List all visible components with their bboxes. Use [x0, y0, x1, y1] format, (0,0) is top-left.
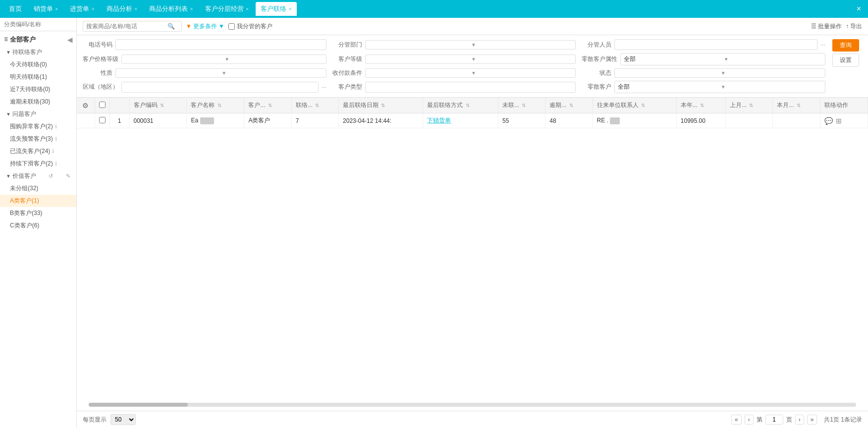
sidebar-group-problem[interactable]: ▼ 问题客户	[0, 108, 76, 120]
more-filter-btn[interactable]: ▼ 更多条件 ▼	[186, 22, 224, 31]
sidebar-collapse-btn[interactable]: ◀	[67, 36, 72, 44]
sort-uncontacted[interactable]: ⇅	[522, 103, 526, 108]
prev-page-btn[interactable]: ‹	[745, 415, 754, 425]
nav-sales[interactable]: 销货单 ×	[29, 2, 63, 16]
filter-person-dots[interactable]: ···	[820, 41, 825, 48]
chat-icon[interactable]: 💬	[824, 117, 833, 125]
filter-phone-input[interactable]	[115, 39, 326, 50]
my-customer-checkbox[interactable]: 我分管的客户	[228, 22, 272, 31]
sidebar-item-tomorrow[interactable]: 明天待联络(1)	[0, 71, 76, 83]
my-customer-check[interactable]	[228, 23, 235, 30]
page-size-select[interactable]: 50 100 200	[110, 414, 136, 425]
row-check-cell[interactable]	[95, 113, 109, 128]
nav-product-analysis[interactable]: 商品分析 ×	[102, 2, 142, 16]
sort-contact[interactable]: ⇅	[315, 103, 319, 108]
nav-customer-contact-close[interactable]: ×	[288, 6, 291, 12]
sidebar-item-c-class[interactable]: C类客户(6)	[0, 219, 76, 232]
sort-name[interactable]: ⇅	[217, 103, 221, 108]
col-header-thismonth[interactable]: 本月... ⇅	[773, 98, 820, 113]
col-header-overdue[interactable]: 逾期... ⇅	[545, 98, 593, 113]
value-edit-icon[interactable]: ✎	[66, 173, 70, 179]
sidebar-item-a-class[interactable]: A类客户(1)	[0, 195, 76, 207]
sidebar-item-hoarding[interactable]: 囤购异常客户(2) ℹ	[0, 120, 76, 133]
nav-product-list-close[interactable]: ×	[190, 6, 193, 12]
filter-customertype-input[interactable]	[365, 82, 576, 93]
sidebar-item-unclassified[interactable]: 未分组(32)	[0, 182, 76, 195]
nav-product-analysis-close[interactable]: ×	[134, 6, 137, 12]
nav-home[interactable]: 首页	[4, 2, 27, 16]
first-page-btn[interactable]: «	[731, 415, 742, 425]
sort-unitcontact[interactable]: ⇅	[641, 103, 645, 108]
scroll-track[interactable]	[89, 403, 856, 407]
col-header-uncontacted[interactable]: 未联... ⇅	[498, 98, 545, 113]
close-all-tabs[interactable]: ×	[854, 4, 864, 13]
sort-thismonth[interactable]: ⇅	[797, 103, 801, 108]
sort-lastmethod[interactable]: ⇅	[466, 103, 470, 108]
filter-retail-select[interactable]: 全部 ▼	[614, 81, 825, 93]
sort-type[interactable]: ⇅	[268, 103, 272, 108]
select-all-checkbox[interactable]	[99, 102, 106, 108]
scroll-thumb[interactable]	[89, 403, 188, 407]
sidebar-item-overdue[interactable]: 逾期未联络(30)	[0, 96, 76, 108]
value-refresh-icon[interactable]: ↺	[49, 173, 53, 179]
batch-op-btn[interactable]: ☰ 批量操作	[811, 22, 842, 31]
page-info: « ‹ 第 页 › » 共1页 1条记录	[731, 415, 862, 425]
last-method-link[interactable]: 下销货单	[427, 117, 451, 124]
query-button[interactable]: 查询	[832, 39, 859, 52]
filter-phone-label: 电话号码	[83, 41, 112, 49]
col-header-contact[interactable]: 联络... ⇅	[291, 98, 338, 113]
filter-region-dots[interactable]: ···	[322, 84, 326, 91]
col-header-lastmethod[interactable]: 最后联络方式 ⇅	[423, 98, 498, 113]
filter-person-input[interactable]	[614, 39, 817, 50]
settings-button[interactable]: 设置	[832, 54, 859, 67]
row-checkbox[interactable]	[99, 117, 106, 123]
col-header-settings[interactable]: ⚙	[77, 98, 95, 113]
nav-customer-segment-close[interactable]: ×	[246, 6, 249, 12]
sort-code[interactable]: ⇅	[160, 103, 164, 108]
filter-payment-select[interactable]: ▼	[365, 68, 576, 78]
nav-customer-contact[interactable]: 客户联络 ×	[256, 2, 296, 16]
filter-pricelevel-select[interactable]: ▼	[121, 54, 326, 64]
main-search-icon[interactable]: 🔍	[167, 23, 175, 30]
filter-customerlevel-select[interactable]: ▼	[365, 54, 576, 64]
main-search-input[interactable]	[86, 23, 165, 30]
col-header-thisyear[interactable]: 本年... ⇅	[676, 98, 725, 113]
filter-nature-select[interactable]: ▼	[115, 68, 326, 78]
sidebar-group-value[interactable]: ▼ 价值客户 ↺ ✎	[0, 170, 76, 182]
page-number-input[interactable]	[765, 415, 783, 425]
nav-sales-close[interactable]: ×	[55, 6, 58, 12]
next-page-btn[interactable]: ›	[795, 415, 804, 425]
filter-region-input[interactable]	[121, 82, 319, 93]
sidebar-item-declining[interactable]: 持续下滑客户(2) ℹ	[0, 158, 76, 170]
col-header-check[interactable]	[95, 98, 109, 113]
sidebar-group-pending[interactable]: ▼ 待联络客户	[0, 46, 76, 58]
sort-thisyear[interactable]: ⇅	[700, 103, 704, 108]
sidebar-item-lostwarning[interactable]: 流失预警客户(3) ℹ	[0, 133, 76, 145]
col-header-unitcontact[interactable]: 往来单位联系人 ⇅	[593, 98, 676, 113]
nav-purchase-close[interactable]: ×	[91, 6, 94, 12]
col-header-name[interactable]: 客户名称 ⇅	[187, 98, 244, 113]
nav-product-list[interactable]: 商品分析列表 ×	[144, 2, 198, 16]
export-btn[interactable]: ↑ 导出	[846, 22, 862, 31]
nav-purchase[interactable]: 进货单 ×	[65, 2, 99, 16]
last-page-btn[interactable]: »	[807, 415, 817, 425]
sidebar-item-7days[interactable]: 近7天待联络(0)	[0, 83, 76, 96]
col-header-lastdate[interactable]: 最后联络日期 ⇅	[339, 98, 423, 113]
table-gear-icon[interactable]: ⚙	[82, 102, 89, 109]
col-header-lastmonth[interactable]: 上月... ⇅	[726, 98, 773, 113]
col-header-type[interactable]: 客户... ⇅	[244, 98, 291, 113]
sort-lastmonth[interactable]: ⇅	[749, 103, 753, 108]
grid-icon[interactable]: ⊞	[836, 117, 842, 125]
filter-retail-attr-select[interactable]: 全部 ▼	[620, 53, 825, 65]
sidebar-item-lost[interactable]: 已流失客户(24) ℹ	[0, 145, 76, 158]
sidebar-item-b-class[interactable]: B类客户(33)	[0, 207, 76, 219]
nav-customer-segment[interactable]: 客户分层经营 ×	[200, 2, 254, 16]
col-header-code[interactable]: 客户编码 ⇅	[129, 98, 187, 113]
sidebar-search-input[interactable]	[4, 21, 77, 28]
sort-overdue[interactable]: ⇅	[569, 103, 573, 108]
sort-lastdate[interactable]: ⇅	[381, 103, 385, 108]
filter-status-select[interactable]: ▼	[614, 68, 825, 78]
all-customers-header[interactable]: ⠿ 全部客户 ◀	[0, 33, 76, 46]
sidebar-item-today[interactable]: 今天待联络(0)	[0, 58, 76, 71]
filter-dept-select[interactable]: ▼	[365, 40, 576, 50]
